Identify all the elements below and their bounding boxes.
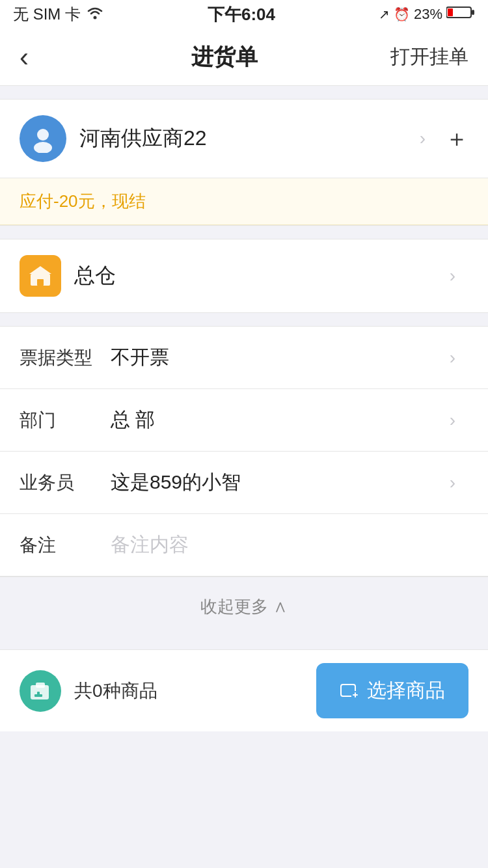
notice-text: 应付-20元，现结 — [20, 191, 146, 211]
svg-rect-8 — [37, 279, 44, 286]
salesman-row[interactable]: 业务员 这是859的小智 › — [0, 452, 488, 514]
open-pending-button[interactable]: 打开挂单 — [390, 44, 468, 70]
status-time: 下午6:04 — [208, 3, 275, 26]
dept-row[interactable]: 部门 总 部 › — [0, 389, 488, 452]
section-gap-1 — [0, 86, 488, 99]
dept-label: 部门 — [20, 408, 111, 433]
invoice-chevron-icon: › — [450, 347, 455, 368]
svg-point-0 — [94, 16, 97, 20]
collapse-button[interactable]: 收起更多 ∧ — [0, 577, 488, 636]
collapse-label: 收起更多 ∧ — [200, 595, 287, 618]
product-count: 共0种商品 — [74, 679, 303, 703]
invoice-value: 不开票 — [111, 344, 450, 371]
add-supplier-button[interactable]: ＋ — [445, 123, 468, 155]
product-icon — [20, 670, 61, 712]
salesman-label: 业务员 — [20, 470, 111, 495]
status-bar: 无 SIM 卡 下午6:04 ↗ ⏰ 23% — [0, 0, 488, 29]
remark-input[interactable]: 备注内容 — [111, 532, 468, 558]
supplier-card: 河南供应商22 › ＋ 应付-20元，现结 — [0, 99, 488, 226]
dept-chevron-icon: › — [450, 410, 455, 431]
supplier-avatar — [20, 115, 66, 162]
warehouse-name: 总仓 — [74, 262, 450, 290]
supplier-name: 河南供应商22 — [79, 124, 420, 153]
svg-rect-10 — [36, 683, 45, 688]
supplier-row[interactable]: 河南供应商22 › ＋ — [0, 100, 488, 178]
nav-bar: ‹ 进货单 打开挂单 — [0, 29, 488, 86]
invoice-row[interactable]: 票据类型 不开票 › — [0, 327, 488, 389]
section-gap-4 — [0, 636, 488, 649]
dept-value: 总 部 — [111, 407, 450, 433]
page-title: 进货单 — [191, 42, 258, 72]
status-left: 无 SIM 卡 — [13, 4, 104, 25]
location-icon: ↗ — [379, 7, 390, 22]
invoice-label: 票据类型 — [20, 346, 111, 370]
bottom-bar: 共0种商品 选择商品 — [0, 649, 488, 731]
select-product-icon — [340, 681, 360, 701]
svg-marker-7 — [29, 266, 51, 274]
form-card: 票据类型 不开票 › 部门 总 部 › 业务员 这是859的小智 › 备注 备注… — [0, 326, 488, 577]
select-product-label: 选择商品 — [367, 677, 445, 704]
svg-rect-12 — [34, 694, 42, 697]
warehouse-chevron-icon: › — [450, 265, 455, 286]
carrier-text: 无 SIM 卡 — [13, 4, 81, 25]
svg-point-5 — [34, 142, 52, 153]
notice-banner: 应付-20元，现结 — [0, 178, 488, 225]
status-right: ↗ ⏰ 23% — [379, 5, 475, 23]
remark-label: 备注 — [20, 533, 111, 558]
wifi-icon — [86, 5, 104, 23]
section-gap-3 — [0, 313, 488, 326]
supplier-chevron-icon: › — [420, 128, 426, 149]
back-button[interactable]: ‹ — [20, 42, 59, 73]
warehouse-icon — [20, 255, 61, 297]
remark-row[interactable]: 备注 备注内容 — [0, 514, 488, 576]
svg-point-4 — [37, 129, 49, 141]
salesman-chevron-icon: › — [450, 472, 455, 493]
battery-icon — [446, 5, 475, 23]
section-gap-2 — [0, 226, 488, 239]
salesman-value: 这是859的小智 — [111, 469, 450, 496]
alarm-icon: ⏰ — [394, 7, 410, 22]
svg-rect-3 — [472, 10, 474, 15]
page-content: 河南供应商22 › ＋ 应付-20元，现结 总仓 › 票据类型 不开票 › — [0, 86, 488, 868]
select-product-button[interactable]: 选择商品 — [316, 663, 468, 718]
svg-rect-2 — [448, 8, 453, 16]
warehouse-row[interactable]: 总仓 › — [0, 239, 488, 313]
battery-percent: 23% — [414, 6, 442, 23]
